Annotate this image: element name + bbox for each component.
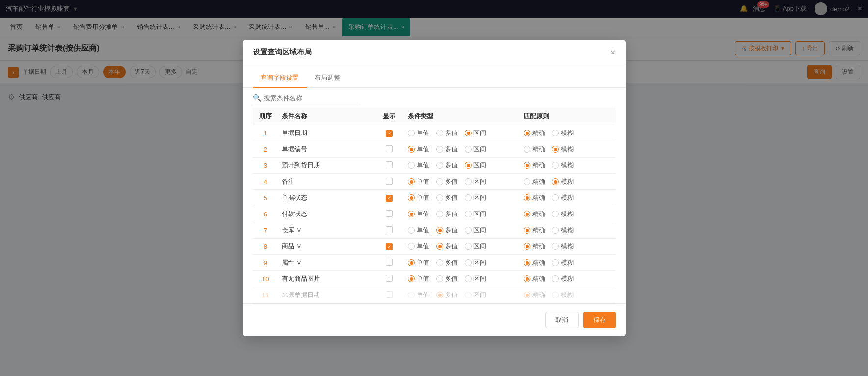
modal-header: 设置查询区域布局 × (243, 40, 626, 63)
search-box: 🔍 (253, 94, 361, 104)
modal-tab-query-fields[interactable]: 查询字段设置 (253, 69, 307, 88)
modal-tabs: 查询字段设置 布局调整 (243, 63, 626, 88)
modal-title: 设置查询区域布局 (253, 48, 312, 57)
settings-modal: 设置查询区域布局 × 查询字段设置 布局调整 🔍 顺序 (243, 40, 626, 110)
col-order: 顺序 (253, 108, 279, 110)
modal-overlay[interactable]: 设置查询区域布局 × 查询字段设置 布局调整 🔍 顺序 (0, 0, 868, 110)
col-display: 显示 (373, 108, 405, 110)
search-icon: 🔍 (253, 94, 261, 102)
col-name: 条件名称 (279, 108, 373, 110)
col-type: 条件类型 (405, 108, 521, 110)
modal-close-btn[interactable]: × (610, 48, 616, 57)
col-match: 匹配原则 (521, 108, 615, 110)
modal-tab-layout[interactable]: 布局调整 (307, 69, 348, 88)
conditions-table: 顺序 条件名称 显示 条件类型 匹配原则 1单据日期✓单值多值区间精确模糊2单据… (253, 108, 616, 110)
modal-table-wrap: 顺序 条件名称 显示 条件类型 匹配原则 1单据日期✓单值多值区间精确模糊2单据… (243, 108, 626, 110)
modal-search-area: 🔍 (243, 88, 626, 108)
search-input[interactable] (264, 94, 352, 102)
